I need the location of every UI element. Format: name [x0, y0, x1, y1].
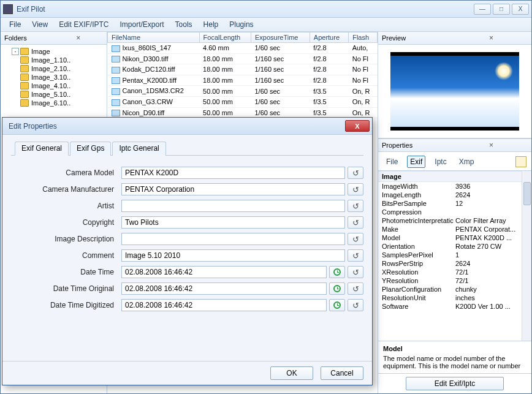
menu-edit-exif-iptc[interactable]: Edit EXIF/IPTC	[54, 19, 113, 30]
property-value: 2624	[455, 191, 518, 199]
property-row[interactable]: RowsPerStrip2624	[378, 259, 522, 268]
menu-view[interactable]: View	[27, 19, 53, 30]
column-header-filename[interactable]: FileName	[108, 32, 200, 43]
tree-item-label[interactable]: Image_3.10..	[31, 74, 70, 81]
camera-manufacturer-input[interactable]	[121, 183, 345, 195]
property-row[interactable]: PlanarConfigurationchunky	[378, 285, 522, 294]
properties-tab-file[interactable]: File	[383, 156, 401, 168]
property-row[interactable]: YResolution72/1	[378, 276, 522, 285]
tree-item-label[interactable]: Image_1.10..	[31, 56, 70, 64]
properties-tab-iptc[interactable]: Iptc	[431, 156, 449, 168]
column-header-focallength[interactable]: FocalLength	[199, 32, 251, 43]
property-value: 2624	[455, 260, 518, 267]
table-row[interactable]: Canon_1DSM3.CR250.00 mm1/60 secf/3.5On, …	[108, 86, 378, 97]
property-row[interactable]: BitsPerSample12	[378, 199, 522, 208]
undo-button[interactable]: ↺	[348, 266, 363, 278]
camera-model-input[interactable]	[121, 167, 345, 179]
copyright-input[interactable]	[121, 216, 345, 229]
properties-close-icon[interactable]: ×	[455, 141, 528, 150]
property-row[interactable]: ResolutionUnitinches	[378, 294, 522, 302]
property-row[interactable]: OrientationRotate 270 CW	[378, 242, 522, 251]
undo-button[interactable]: ↺	[348, 249, 363, 262]
tree-item-label[interactable]: Image_2.10..	[31, 65, 70, 72]
clock-icon	[333, 268, 341, 276]
menu-file[interactable]: File	[4, 19, 26, 30]
property-row[interactable]: SamplesPerPixel1	[378, 251, 522, 259]
property-row[interactable]: ModelPENTAX K200D ...	[378, 233, 522, 242]
tree-item[interactable]: Image_3.10..	[3, 73, 104, 81]
menu-plugins[interactable]: Plugins	[224, 19, 258, 30]
menu-help[interactable]: Help	[199, 19, 224, 30]
properties-tab-exif[interactable]: Exif	[407, 156, 425, 168]
dialog-tab-exif-gps[interactable]: Exif Gps	[70, 142, 111, 156]
table-row[interactable]: Canon_G3.CRW50.00 mm1/60 secf/3.5On, R	[108, 96, 378, 107]
undo-button[interactable]: ↺	[348, 299, 363, 311]
undo-button[interactable]: ↺	[348, 216, 363, 229]
undo-button[interactable]: ↺	[348, 200, 363, 212]
folders-close-icon[interactable]: ×	[54, 34, 104, 42]
tree-item[interactable]: Image_1.10..	[3, 56, 104, 64]
date-time-input[interactable]	[121, 266, 327, 278]
property-row[interactable]: PhotometricInterpretaticColor Filter Arr…	[378, 216, 522, 225]
comment-input[interactable]	[121, 249, 345, 262]
tree-root-label[interactable]: Image	[31, 48, 50, 55]
main-titlebar[interactable]: Exif Pilot — □ X	[1, 1, 531, 18]
menu-import-export[interactable]: Import/Export	[115, 19, 169, 30]
properties-settings-icon[interactable]	[515, 156, 526, 167]
property-row[interactable]: MakePENTAX Corporat...	[378, 225, 522, 233]
column-header-exposuretime[interactable]: ExposureTime	[251, 32, 310, 43]
menu-tools[interactable]: Tools	[170, 19, 197, 30]
table-row[interactable]: Pentax_K200D.tiff18.00 mm1/160 secf/2.8N…	[108, 75, 378, 86]
clock-button[interactable]	[329, 282, 345, 295]
properties-scrollbar[interactable]	[522, 171, 531, 341]
tree-item[interactable]: Image_6.10..	[3, 99, 104, 107]
property-row[interactable]: ImageWidth3936	[378, 182, 522, 191]
scroll-thumb[interactable]	[523, 182, 531, 205]
table-row[interactable]: Nikon_D300.tiff18.00 mm1/160 secf/2.8No …	[108, 53, 378, 64]
image-description-input[interactable]	[121, 233, 345, 245]
undo-button[interactable]: ↺	[348, 167, 363, 179]
artist-input[interactable]	[121, 200, 345, 212]
undo-button[interactable]: ↺	[348, 282, 363, 295]
undo-button[interactable]: ↺	[348, 233, 363, 245]
date-time-original-input[interactable]	[121, 282, 327, 295]
properties-tab-xmp[interactable]: Xmp	[456, 156, 477, 168]
tree-item-label[interactable]: Image_4.10..	[31, 82, 70, 89]
clock-button[interactable]	[329, 299, 345, 311]
expander-icon[interactable]: -	[12, 48, 19, 55]
window-close-button[interactable]: X	[512, 4, 529, 15]
edit-exif-iptc-button[interactable]: Edit Exif/Iptc	[406, 377, 504, 390]
dialog-tab-exif-general[interactable]: Exif General	[15, 142, 69, 156]
tree-item[interactable]: Image_4.10..	[3, 81, 104, 90]
tree-item[interactable]: Image_2.10..	[3, 64, 104, 73]
table-row[interactable]: Kodak_DC120.tiff18.00 mm1/160 secf/2.8No…	[108, 64, 378, 75]
properties-list[interactable]: ImageImageWidth3936ImageLength2624BitsPe…	[378, 171, 522, 341]
window-maximize-button[interactable]: □	[493, 4, 510, 15]
tree-item-label[interactable]: Image_5.10..	[31, 91, 70, 98]
property-value: 72/1	[455, 268, 518, 276]
dialog-close-button[interactable]: X	[345, 120, 370, 132]
undo-button[interactable]: ↺	[348, 183, 363, 195]
form-label: Comment	[11, 251, 121, 260]
property-row[interactable]: XResolution72/1	[378, 268, 522, 276]
window-minimize-button[interactable]: —	[474, 4, 491, 15]
property-row[interactable]: SoftwareK200D Ver 1.00 ...	[378, 302, 522, 311]
property-row[interactable]: ImageLength2624	[378, 191, 522, 199]
property-row[interactable]: Compression	[378, 208, 522, 216]
column-header-aperture[interactable]: Aperture	[310, 32, 348, 43]
ok-button[interactable]: OK	[270, 366, 313, 380]
column-header-flash[interactable]: Flash	[349, 32, 378, 43]
preview-close-icon[interactable]: ×	[455, 34, 528, 42]
tree-item-label[interactable]: Image_6.10..	[31, 99, 70, 107]
property-value: 1	[455, 251, 518, 259]
dialog-titlebar[interactable]: Edit Properties X	[2, 118, 372, 135]
cancel-button[interactable]: Cancel	[321, 366, 363, 380]
undo-icon: ↺	[352, 202, 359, 211]
tree-item[interactable]: Image_5.10..	[3, 90, 104, 99]
clock-button[interactable]	[329, 266, 345, 278]
folder-icon	[20, 91, 29, 98]
table-row[interactable]: Ixus_860IS_1474.60 mm1/60 secf/2.8Auto,	[108, 43, 378, 54]
form-row: Comment↺	[11, 249, 363, 262]
dialog-tab-iptc-general[interactable]: Iptc General	[112, 142, 165, 156]
date-time-digitized-input[interactable]	[121, 299, 327, 311]
